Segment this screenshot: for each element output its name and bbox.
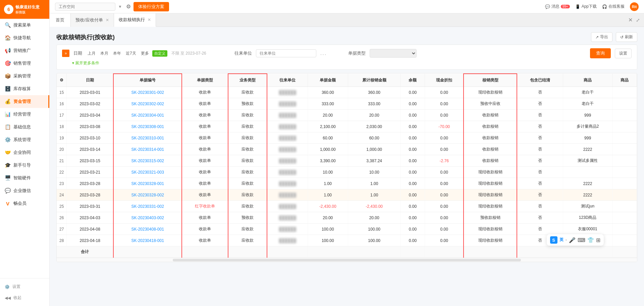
sidebar-item-quicknav[interactable]: 🏠 快捷导航 — [0, 32, 49, 44]
dropdown-arrow-icon[interactable]: ▼ — [118, 4, 122, 9]
sidebar-item-guide[interactable]: 🎓 新手引导 — [0, 159, 49, 172]
cell-product2 — [612, 155, 637, 167]
messages-button[interactable]: 💬 消息 99+ — [545, 4, 570, 9]
online-service-button[interactable]: 🎧 在线客服 — [602, 4, 625, 9]
refresh-button[interactable]: ↺ 刷新 — [616, 32, 637, 42]
tab-prepay-close[interactable]: ✕ — [106, 18, 109, 22]
sidebar-collapse-btn[interactable]: ◀◀ 收起 — [0, 292, 49, 303]
code-link[interactable]: SK-20230304-001 — [131, 113, 164, 118]
user-avatar[interactable]: Rit — [630, 2, 639, 11]
shirt-icon[interactable]: 👕 — [587, 237, 594, 243]
mic-icon[interactable]: 🎤 — [569, 237, 576, 243]
th-settings[interactable]: ⚙ — [57, 74, 67, 87]
gear-icon[interactable]: ⚙ — [126, 3, 131, 10]
english-icon[interactable]: 英 — [559, 237, 564, 243]
code-link[interactable]: SK-20230418-001 — [131, 238, 164, 243]
tab-payment-close[interactable]: ✕ — [148, 17, 151, 22]
filter-toggle-button[interactable]: » — [62, 50, 69, 57]
industry-solution-button[interactable]: 体验行业方案 — [133, 2, 169, 11]
cell-verify-amount: 360.00 — [348, 87, 400, 98]
code-link[interactable]: SK-20230328-002 — [131, 193, 164, 197]
sidebar-item-sales[interactable]: 🎯 销售管理 — [0, 57, 49, 70]
sidebar-item-search[interactable]: 🔍 搜索菜单 — [0, 19, 49, 32]
cell-cash-discount: 0.00 — [425, 167, 464, 178]
inventory-icon: 🗄️ — [5, 86, 11, 92]
code-link[interactable]: SK-20230408-001 — [131, 227, 164, 232]
close-all-icon[interactable]: ✕ — [628, 17, 633, 23]
cell-verify-amount: 1.00 — [348, 178, 400, 189]
date-7days-btn[interactable]: 近7天 — [124, 50, 138, 57]
cell-biz-type: 应收款 — [228, 144, 267, 155]
sum-biz-type — [228, 246, 267, 258]
horizontal-scrollbar[interactable] — [173, 259, 521, 261]
cell-cash-discount: 0.00 — [425, 235, 464, 246]
partner-input[interactable] — [256, 49, 316, 57]
cell-sn: 21 — [57, 155, 67, 167]
date-last-month-btn[interactable]: 上月 — [86, 50, 97, 57]
code-link[interactable]: SK-20230314-001 — [131, 147, 164, 152]
cell-receipt-type: 收款单 — [182, 178, 228, 189]
expand-more-btn[interactable]: ▾ 展开更多条件 — [72, 60, 99, 66]
query-button[interactable]: 查询 — [590, 48, 611, 58]
cell-biz-type: 应收款 — [228, 110, 267, 121]
cell-receipt-type: 收款单 — [182, 189, 228, 201]
cell-code: SK-20230321-003 — [113, 167, 182, 178]
receipt-type-select[interactable] — [370, 49, 417, 58]
date-this-year-btn[interactable]: 本年 — [112, 50, 122, 57]
code-link[interactable]: SK-20230302-002 — [131, 102, 164, 106]
tab-home[interactable]: 首页 — [50, 13, 71, 27]
cell-product1: 2222 — [563, 189, 612, 201]
search-icon: 🔍 — [5, 22, 11, 28]
code-link[interactable]: SK-20230321-003 — [131, 170, 164, 175]
table-scrollbar[interactable] — [57, 258, 637, 262]
date-this-month-btn[interactable]: 本月 — [99, 50, 110, 57]
cell-cash-discount: 0.00 — [425, 189, 464, 201]
code-link[interactable]: SK-20230331-002 — [131, 204, 164, 209]
sidebar-item-hardware[interactable]: 🖥️ 智能硬件 — [0, 172, 49, 184]
sidebar-item-wechat[interactable]: 💬 企业微信 — [0, 184, 49, 197]
dot-icon[interactable]: · — [566, 237, 567, 243]
sidebar-item-basic[interactable]: 📋 基础信息 — [0, 121, 49, 133]
code-link[interactable]: SK-20230328-001 — [131, 181, 164, 186]
cell-product1: 老白干 — [563, 98, 612, 110]
date-more-btn[interactable]: 更多 — [140, 50, 150, 57]
cell-receipt-type: 收款单 — [182, 224, 228, 235]
export-button[interactable]: ↗ 导出 — [591, 32, 612, 42]
tab-payment[interactable]: 收款核销执行 ✕ — [114, 13, 156, 27]
sidebar-item-enterprise[interactable]: 🤝 企业协同 — [0, 146, 49, 159]
code-link[interactable]: SK-20230301-002 — [131, 90, 164, 95]
cell-sn: 24 — [57, 189, 67, 201]
topbar-workspace: ▼ ⚙ 体验行业方案 — [55, 2, 541, 11]
cell-amount: 20.00 — [308, 212, 348, 224]
code-link[interactable]: SK-20230403-002 — [131, 216, 164, 220]
date-custom-btn[interactable]: 自定义 — [152, 50, 167, 57]
cell-sn: 23 — [57, 178, 67, 189]
grid-icon[interactable]: ⊞ — [596, 237, 600, 243]
sidebar-item-operations[interactable]: 📊 经营管理 — [0, 108, 49, 121]
app-download-button[interactable]: 📱 App下载 — [575, 4, 597, 9]
cell-cash-discount: -2.76 — [425, 155, 464, 167]
sidebar-item-marketing[interactable]: 📢 营销推广 — [0, 44, 49, 57]
cell-balance: 0.00 — [400, 189, 425, 201]
sidebar-item-member[interactable]: V 畅会员 — [0, 197, 49, 210]
keyboard-icon[interactable]: ⌨ — [578, 237, 585, 243]
filter-settings-button[interactable]: 设置 — [615, 49, 632, 58]
workspace-input[interactable] — [55, 3, 115, 11]
th-receipt-type: 单据类型 — [182, 74, 228, 87]
sidebar-item-purchase[interactable]: 📦 采购管理 — [0, 70, 49, 82]
sidebar-item-finance[interactable]: 💰 资金管理 — [0, 95, 49, 108]
code-link[interactable]: SK-20230308-001 — [131, 124, 164, 129]
sidebar-settings-btn[interactable]: ⚙️ 设置 — [0, 281, 49, 292]
tab-prepay[interactable]: 预收/应收付单 ✕ — [71, 13, 114, 27]
cell-balance: 0.00 — [400, 144, 425, 155]
expand-icon[interactable]: ⤢ — [636, 17, 640, 23]
cell-date: 2023-03-28 — [67, 189, 113, 201]
code-link[interactable]: SK-20230310-001 — [131, 136, 164, 140]
finance-icon: 💰 — [5, 99, 11, 105]
sidebar-item-system[interactable]: ⚙️ 系统管理 — [0, 133, 49, 146]
sidebar-item-inventory[interactable]: 🗄️ 库存核算 — [0, 82, 49, 95]
cell-balance: 0.00 — [400, 132, 425, 144]
cell-verify-amount: 60.00 — [348, 132, 400, 144]
code-link[interactable]: SK-20230315-002 — [131, 159, 164, 163]
cell-product1: 999 — [563, 132, 612, 144]
